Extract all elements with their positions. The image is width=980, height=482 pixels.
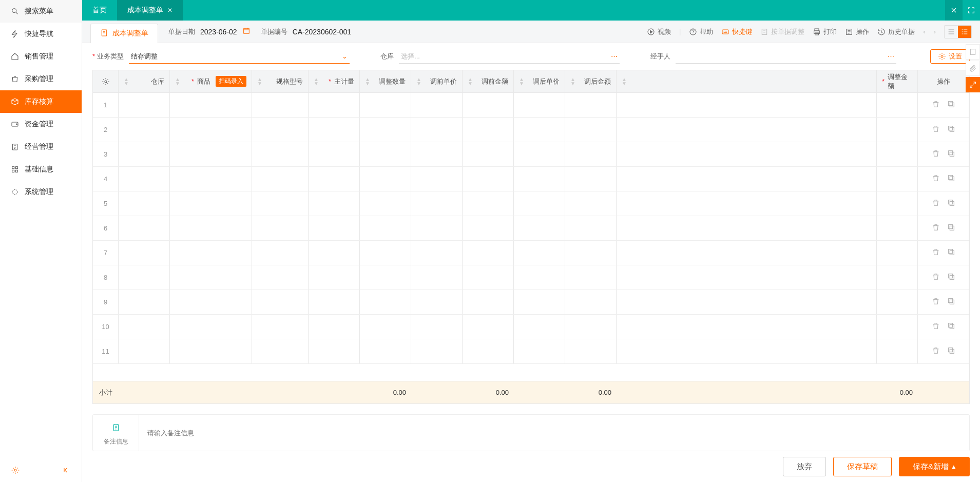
save-draft-button[interactable]: 保存草稿: [833, 457, 892, 476]
fullscreen-icon[interactable]: [963, 0, 980, 21]
history-link[interactable]: 历史单据: [877, 27, 915, 36]
delete-icon[interactable]: [932, 273, 940, 282]
th-amtafter[interactable]: ▲▼调后金额: [565, 70, 617, 92]
copy-icon[interactable]: [947, 273, 955, 282]
sidebar-item-basedata[interactable]: 基础信息: [0, 158, 82, 181]
delete-icon[interactable]: [932, 100, 940, 110]
tab-cost-adjust[interactable]: 成本调整单✕: [117, 0, 183, 21]
copy-icon[interactable]: [947, 174, 955, 184]
discard-button[interactable]: 放弃: [783, 457, 826, 476]
settings-button[interactable]: 设置: [930, 49, 970, 64]
collapse-icon[interactable]: [62, 466, 70, 476]
table-row[interactable]: 4: [93, 167, 969, 191]
help-link[interactable]: 帮助: [689, 27, 713, 36]
table-row[interactable]: 2: [93, 118, 969, 142]
th-warehouse[interactable]: ▲▼仓库: [119, 70, 170, 92]
remark-input[interactable]: [139, 415, 969, 451]
biztype-select[interactable]: 结存调整⌄: [129, 49, 350, 64]
subtotal-label: 小计: [93, 381, 119, 403]
video-link[interactable]: 视频: [647, 27, 671, 36]
th-priceafter[interactable]: ▲▼调后单价: [514, 70, 565, 92]
scan-button[interactable]: 扫码录入: [216, 76, 246, 87]
tab-close-all[interactable]: [945, 0, 963, 21]
rail-note-icon[interactable]: [966, 44, 980, 60]
ops-link[interactable]: 操作: [845, 27, 869, 36]
copy-icon[interactable]: [947, 125, 955, 134]
print-link[interactable]: 打印: [813, 27, 837, 36]
handler-select[interactable]: ⋯: [676, 49, 896, 64]
doc-tab[interactable]: 成本调整单: [90, 24, 158, 43]
sidebar-item-operations[interactable]: 经营管理: [0, 136, 82, 158]
more-icon[interactable]: ⋯: [888, 52, 894, 60]
table-row[interactable]: 7: [93, 241, 969, 265]
field-handler: 经手人 ⋯: [650, 49, 896, 64]
copy-icon[interactable]: [947, 346, 955, 356]
table-row[interactable]: 10: [93, 315, 969, 339]
delete-icon[interactable]: [932, 125, 940, 134]
delete-icon[interactable]: [932, 149, 940, 159]
copy-icon[interactable]: [947, 199, 955, 208]
table-row[interactable]: 8: [93, 265, 969, 290]
copy-icon[interactable]: [947, 100, 955, 110]
th-qty[interactable]: ▲▼调整数量: [360, 70, 411, 92]
svg-rect-32: [950, 226, 954, 230]
sidebar-item-purchase[interactable]: 采购管理: [0, 68, 82, 90]
th-unit[interactable]: ▲▼*主计量: [309, 70, 360, 92]
th-config[interactable]: [93, 70, 119, 92]
svg-rect-39: [948, 299, 952, 303]
remark-icon: 备注信息: [93, 415, 139, 451]
th-pricebefore[interactable]: ▲▼调前单价: [411, 70, 463, 92]
th-spec[interactable]: ▲▼规格型号: [252, 70, 309, 92]
sidebar-label: 经营管理: [25, 142, 53, 151]
th-product[interactable]: ▲▼*商品扫码录入: [170, 70, 252, 92]
delete-icon[interactable]: [932, 346, 940, 356]
chevron-up-icon: ▴: [952, 462, 956, 471]
sidebar-label: 系统管理: [25, 187, 53, 197]
table-row[interactable]: 1: [93, 93, 969, 118]
delete-icon[interactable]: [932, 297, 940, 307]
delete-icon[interactable]: [932, 174, 940, 184]
table-row[interactable]: 3: [93, 142, 969, 167]
sidebar-item-inventory[interactable]: 库存核算: [0, 90, 82, 113]
table-row[interactable]: 11: [93, 339, 969, 364]
shortcut-link[interactable]: 快捷键: [721, 27, 752, 36]
sidebar-item-sales[interactable]: 销售管理: [0, 45, 82, 68]
th-amtbefore[interactable]: ▲▼调前金额: [463, 70, 514, 92]
tab-bar: 首页 成本调整单✕: [82, 0, 980, 21]
rail-expand-icon[interactable]: [966, 77, 980, 92]
delete-icon[interactable]: [932, 223, 940, 233]
close-icon[interactable]: ✕: [167, 7, 172, 14]
sidebar-item-system[interactable]: 系统管理: [0, 181, 82, 203]
copy-icon[interactable]: [947, 149, 955, 159]
copy-icon[interactable]: [947, 322, 955, 332]
next-icon[interactable]: ›: [934, 28, 936, 35]
calendar-icon[interactable]: [242, 27, 251, 36]
rail-attach-icon[interactable]: [966, 61, 980, 76]
settings-icon[interactable]: [11, 466, 20, 476]
sidebar-item-funds[interactable]: 资金管理: [0, 113, 82, 136]
copy-icon[interactable]: [947, 223, 955, 233]
prev-icon[interactable]: ‹: [923, 28, 925, 35]
table-row[interactable]: 6: [93, 216, 969, 241]
sidebar-item-quicknav[interactable]: 快捷导航: [0, 23, 82, 45]
more-icon[interactable]: ⋯: [611, 52, 618, 60]
table-row[interactable]: 9: [93, 290, 969, 315]
warehouse-select[interactable]: 选择...⋯: [399, 49, 620, 64]
save-new-button[interactable]: 保存&新增▴: [899, 457, 970, 476]
view-detail[interactable]: [945, 26, 958, 38]
value[interactable]: 2023-06-02: [200, 28, 237, 36]
delete-icon[interactable]: [932, 248, 940, 258]
sidebar-item-search[interactable]: 搜索菜单: [0, 0, 82, 23]
delete-icon[interactable]: [932, 199, 940, 208]
th-adjamt[interactable]: *调整金额: [877, 70, 918, 92]
svg-rect-15: [762, 29, 767, 34]
label: 单据编号: [261, 27, 287, 36]
delete-icon[interactable]: [932, 322, 940, 332]
filter-row: *业务类型 结存调整⌄ 仓库 选择...⋯ 经手人 ⋯ 设置: [82, 43, 980, 70]
tab-home[interactable]: 首页: [82, 0, 117, 21]
table-row[interactable]: 5: [93, 191, 969, 216]
footer-actions: 放弃 保存草稿 保存&新增▴: [82, 451, 980, 482]
copy-icon[interactable]: [947, 248, 955, 258]
view-list[interactable]: [958, 26, 971, 38]
copy-icon[interactable]: [947, 297, 955, 307]
